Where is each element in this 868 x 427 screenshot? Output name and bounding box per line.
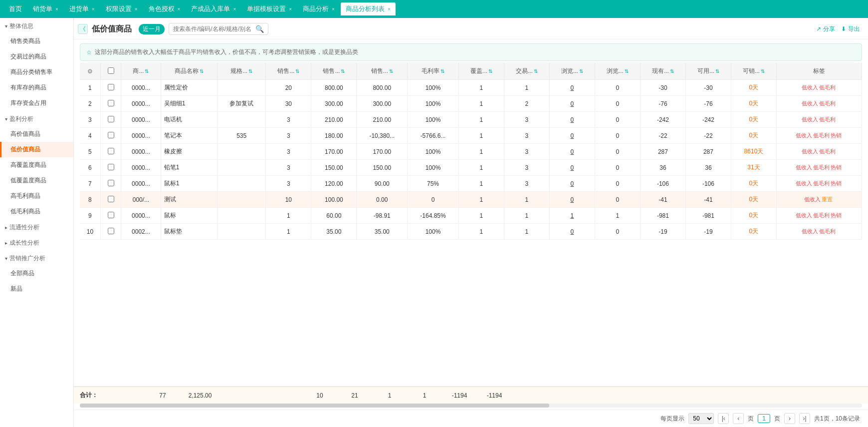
row-checkbox[interactable] <box>108 212 114 218</box>
row-checkbox[interactable] <box>108 228 114 234</box>
sidebar-item-高覆盖度商品[interactable]: 高覆盖度商品 <box>0 157 73 173</box>
nav-close-icon[interactable]: × <box>92 6 95 12</box>
view1-link[interactable]: 0 <box>571 228 574 235</box>
view1-link[interactable]: 0 <box>571 84 574 91</box>
view1-link[interactable]: 0 <box>571 116 574 123</box>
nav-close-icon[interactable]: × <box>55 6 58 12</box>
sidebar-item-库存资金占用[interactable]: 库存资金占用 <box>0 95 73 111</box>
table-cell-sales2: 100.00 <box>311 192 357 208</box>
col-header-view2[interactable]: 浏览...⇅ <box>595 63 640 80</box>
nav-item-权限设置[interactable]: 权限设置× <box>101 2 143 15</box>
col-header-code[interactable]: 商...⇅ <box>121 63 161 80</box>
table-cell-name: 吴细细1 <box>161 96 217 112</box>
first-page-button[interactable]: |‹ <box>718 413 729 424</box>
nav-item-单据模板设置[interactable]: 单据模板设置× <box>242 2 297 15</box>
prev-page-button[interactable]: ‹ <box>733 413 744 424</box>
sidebar-item-销售类商品[interactable]: 销售类商品 <box>0 33 73 49</box>
table-cell-coverage: 1 <box>458 192 504 208</box>
col-header-sales2[interactable]: 销售...⇅ <box>311 63 357 80</box>
view1-link[interactable]: 0 <box>571 180 574 187</box>
nav-close-icon[interactable]: × <box>135 6 138 12</box>
row-checkbox[interactable] <box>108 164 114 170</box>
col-header-sellable[interactable]: 可销...⇅ <box>731 63 776 80</box>
row-checkbox[interactable] <box>108 116 114 122</box>
tag-badge: 低收入 <box>796 212 812 218</box>
nav-close-icon[interactable]: × <box>388 6 391 12</box>
col-header-available[interactable]: 可用...⇅ <box>685 63 731 80</box>
table-cell-sellable: 0天 <box>731 112 776 128</box>
view1-link[interactable]: 1 <box>571 212 574 219</box>
nav-close-icon[interactable]: × <box>233 6 236 12</box>
row-checkbox[interactable] <box>108 132 114 138</box>
tag-badge: 低毛利 <box>813 212 830 218</box>
export-button[interactable]: ⬇ 导出 <box>841 25 860 33</box>
nav-item-商品分析[interactable]: 商品分析× <box>298 2 340 15</box>
table-cell-current: 36 <box>640 160 685 176</box>
table-container: ⚙商...⇅商品名称⇅规格...⇅销售...⇅销售...⇅销售...⇅毛利率⇅覆… <box>74 63 868 386</box>
row-checkbox[interactable] <box>108 196 114 202</box>
sidebar-group-营销推广分析[interactable]: ▾营销推广分析 <box>0 250 73 266</box>
select-all-checkbox[interactable] <box>108 67 114 74</box>
nav-item-产成品入库单[interactable]: 产成品入库单× <box>186 2 241 15</box>
view1-link[interactable]: 0 <box>571 132 574 139</box>
sidebar-group-成长性分析[interactable]: ▸成长性分析 <box>0 235 73 250</box>
nav-close-icon[interactable]: × <box>332 6 335 12</box>
view1-link[interactable]: 0 <box>571 164 574 171</box>
table-body: 10000...属性定价20800.00800.00100%1100-30-30… <box>80 80 862 240</box>
col-header-sales1[interactable]: 销售...⇅ <box>266 63 311 80</box>
period-tag[interactable]: 近一月 <box>139 24 165 34</box>
nav-item-角色授权[interactable]: 角色授权× <box>144 2 186 15</box>
sidebar-item-低覆盖度商品[interactable]: 低覆盖度商品 <box>0 173 73 188</box>
nav-close-icon[interactable]: × <box>289 6 292 12</box>
header-actions: ↗ 分享 ⬇ 导出 <box>816 25 860 33</box>
per-page-select[interactable]: 50 100 200 <box>688 413 714 424</box>
row-checkbox[interactable] <box>108 100 114 106</box>
sidebar-item-低毛利商品[interactable]: 低毛利商品 <box>0 204 73 219</box>
row-checkbox[interactable] <box>108 180 114 186</box>
sidebar-item-商品分类销售率[interactable]: 商品分类销售率 <box>0 64 73 80</box>
sort-icon: ⇅ <box>389 68 393 74</box>
sidebar-group-盈利分析[interactable]: ▾盈利分析 <box>0 111 73 126</box>
settings-icon[interactable]: ⚙ <box>87 68 93 75</box>
search-icon[interactable]: 🔍 <box>255 25 264 33</box>
row-checkbox[interactable] <box>108 148 114 154</box>
view1-link[interactable]: 0 <box>571 148 574 155</box>
view1-link[interactable]: 0 <box>571 100 574 107</box>
search-input[interactable] <box>173 25 255 32</box>
share-button[interactable]: ↗ 分享 <box>816 25 835 33</box>
sidebar-group-流通性分析[interactable]: ▸流通性分析 <box>0 219 73 235</box>
col-header-margin[interactable]: 毛利率⇅ <box>408 63 459 80</box>
nav-item-首页[interactable]: 首页 <box>4 2 27 15</box>
sidebar-item-交易过的商品[interactable]: 交易过的商品 <box>0 49 73 64</box>
sidebar-item-高价值商品[interactable]: 高价值商品 <box>0 126 73 142</box>
col-header-spec[interactable]: 规格...⇅ <box>217 63 265 80</box>
view1-link[interactable]: 0 <box>571 196 574 203</box>
row-checkbox[interactable] <box>108 84 114 90</box>
col-header-view1[interactable]: 浏览...⇅ <box>549 63 595 80</box>
sidebar-item-全部商品[interactable]: 全部商品 <box>0 266 73 281</box>
table-cell-sales3: 150.00 <box>357 160 408 176</box>
nav-close-icon[interactable]: × <box>178 6 181 12</box>
nav-item-商品分析列表[interactable]: 商品分析列表× <box>341 2 396 15</box>
col-header-coverage[interactable]: 覆盖...⇅ <box>458 63 504 80</box>
sidebar-item-有库存的商品[interactable]: 有库存的商品 <box>0 80 73 95</box>
current-page[interactable]: 1 <box>758 414 770 423</box>
col-header-trade[interactable]: 交易...⇅ <box>504 63 549 80</box>
sidebar-item-低价值商品[interactable]: 低价值商品 <box>0 142 73 157</box>
table-cell-margin: 100% <box>408 224 459 240</box>
collapse-button[interactable]: 《 <box>78 24 88 34</box>
col-header-sales3[interactable]: 销售...⇅ <box>357 63 408 80</box>
next-page-button[interactable]: › <box>784 413 795 424</box>
nav-item-进货单[interactable]: 进货单× <box>64 2 100 15</box>
sidebar-item-新品[interactable]: 新品 <box>0 281 73 297</box>
last-page-button[interactable]: ›| <box>799 413 810 424</box>
table-cell-gear: 10 <box>80 224 100 240</box>
col-header-current[interactable]: 现有...⇅ <box>640 63 685 80</box>
sidebar-group-整体信息[interactable]: ▾整体信息 <box>0 18 73 33</box>
data-table: ⚙商...⇅商品名称⇅规格...⇅销售...⇅销售...⇅销售...⇅毛利率⇅覆… <box>80 63 862 240</box>
total-current: -1194 <box>442 392 477 399</box>
col-header-name[interactable]: 商品名称⇅ <box>161 63 217 80</box>
nav-item-销货单[interactable]: 销货单× <box>28 2 63 15</box>
sidebar-item-高毛利商品[interactable]: 高毛利商品 <box>0 188 73 204</box>
table-cell-sales2: 60.00 <box>311 208 357 224</box>
